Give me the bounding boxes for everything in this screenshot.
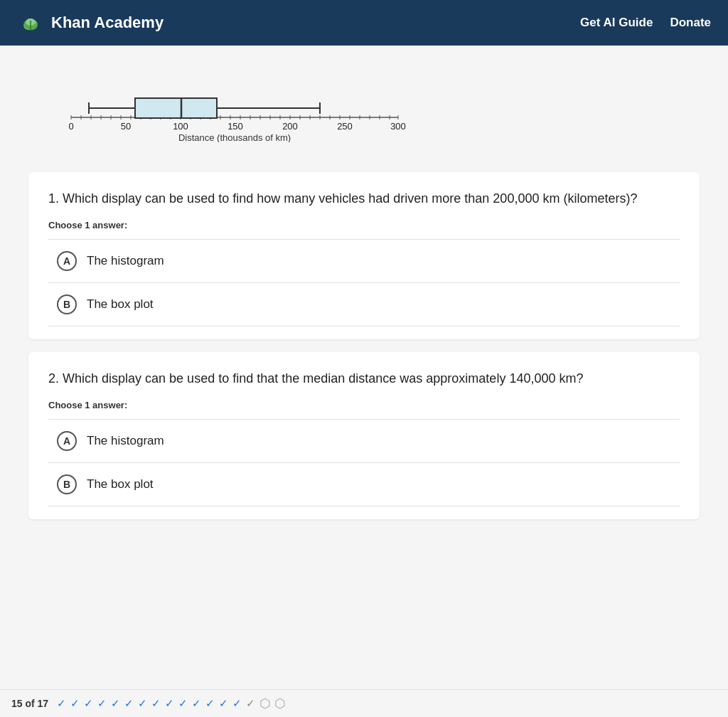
svg-text:50: 50 bbox=[121, 121, 131, 132]
check-1: ✓ bbox=[57, 697, 66, 710]
check-5: ✓ bbox=[111, 697, 120, 710]
option-b-circle: B bbox=[57, 294, 77, 314]
question-1-body: Which display can be used to find how ma… bbox=[63, 191, 637, 206]
option-b-text-q2: The box plot bbox=[87, 477, 154, 492]
option-a-text: The histogram bbox=[87, 254, 164, 268]
option-b-text: The box plot bbox=[87, 297, 154, 312]
option-a-text-q2: The histogram bbox=[87, 434, 164, 448]
question-2-block: 2. Which display can be used to find tha… bbox=[28, 352, 700, 519]
check-10: ✓ bbox=[178, 697, 188, 710]
header-right: Get AI Guide Donate bbox=[580, 16, 711, 30]
footer-progress: 15 of 17 bbox=[11, 698, 48, 709]
check-13: ✓ bbox=[219, 697, 228, 710]
svg-text:200: 200 bbox=[282, 121, 298, 132]
check-11: ✓ bbox=[192, 697, 201, 710]
header: Khan Academy Get AI Guide Donate bbox=[0, 0, 728, 46]
header-title: Khan Academy bbox=[51, 14, 164, 32]
svg-text:250: 250 bbox=[337, 121, 353, 132]
check-4: ✓ bbox=[97, 697, 107, 710]
question-2-body: Which display can be used to find that t… bbox=[63, 371, 583, 386]
question-2-text: 2. Which display can be used to find tha… bbox=[48, 369, 680, 388]
check-7: ✓ bbox=[138, 697, 147, 710]
question-2-option-a[interactable]: A The histogram bbox=[48, 419, 680, 462]
option-a-circle-q2: A bbox=[57, 431, 77, 451]
question-1-option-a[interactable]: A The histogram bbox=[48, 239, 680, 282]
check-14: ✓ bbox=[232, 697, 242, 710]
check-6: ✓ bbox=[124, 697, 134, 710]
check-2: ✓ bbox=[70, 697, 80, 710]
check-15: ✓ bbox=[246, 697, 255, 710]
svg-rect-42 bbox=[181, 98, 217, 118]
svg-text:150: 150 bbox=[228, 121, 243, 132]
question-2-option-b[interactable]: B The box plot bbox=[48, 462, 680, 506]
main-content: // Won't run in SVG but defining concept… bbox=[0, 46, 728, 717]
check-12: ✓ bbox=[205, 697, 215, 710]
question-1-block: 1. Which display can be used to find how… bbox=[28, 172, 700, 339]
question-1-choose-label: Choose 1 answer: bbox=[48, 220, 680, 230]
check-3: ✓ bbox=[84, 697, 93, 710]
footer: 15 of 17 ✓ ✓ ✓ ✓ ✓ ✓ ✓ ✓ ✓ ✓ ✓ ✓ ✓ ✓ ✓ ⬡… bbox=[0, 689, 728, 717]
svg-text:100: 100 bbox=[173, 121, 188, 132]
question-2-choose-label: Choose 1 answer: bbox=[48, 400, 680, 410]
svg-text:300: 300 bbox=[390, 121, 406, 132]
boxplot-container: // Won't run in SVG but defining concept… bbox=[28, 65, 700, 152]
ka-logo-icon bbox=[17, 9, 44, 36]
footer-dots: ⬡ ⬡ bbox=[259, 696, 286, 711]
option-a-circle: A bbox=[57, 251, 77, 271]
question-1-number: 1. bbox=[48, 191, 59, 206]
svg-rect-41 bbox=[135, 98, 181, 118]
question-1-text: 1. Which display can be used to find how… bbox=[48, 189, 680, 208]
donate-link[interactable]: Donate bbox=[670, 16, 711, 30]
question-2-number: 2. bbox=[48, 371, 59, 386]
svg-text:Distance (thousands of km): Distance (thousands of km) bbox=[178, 132, 291, 142]
get-ai-guide-link[interactable]: Get AI Guide bbox=[580, 16, 653, 30]
check-9: ✓ bbox=[165, 697, 174, 710]
question-1-option-b[interactable]: B The box plot bbox=[48, 282, 680, 326]
boxplot-svg: // Won't run in SVG but defining concept… bbox=[50, 78, 448, 145]
check-8: ✓ bbox=[151, 697, 161, 710]
svg-text:0: 0 bbox=[68, 121, 73, 132]
option-b-circle-q2: B bbox=[57, 474, 77, 494]
header-left: Khan Academy bbox=[17, 9, 164, 36]
